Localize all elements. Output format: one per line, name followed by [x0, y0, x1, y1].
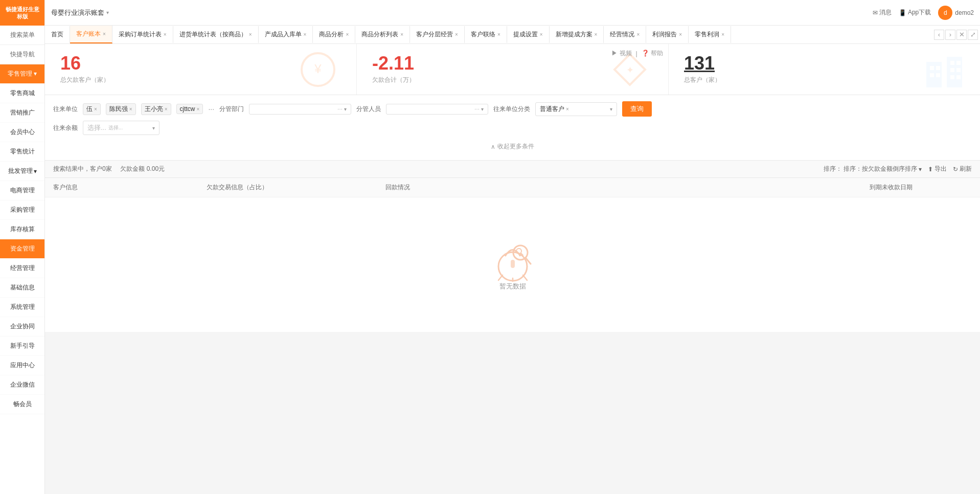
- user-menu[interactable]: d demo2: [938, 6, 974, 20]
- sidebar-item-system[interactable]: 系统管理: [0, 298, 44, 317]
- filter-tag-cjttcw: cjttcw ×: [176, 104, 203, 114]
- tab-commission-settings[interactable]: 提成设置 ×: [507, 26, 550, 43]
- tab-prev-arrow[interactable]: ‹: [934, 30, 944, 40]
- sidebar-item-wholesale[interactable]: 批发管理 ▾: [0, 162, 44, 181]
- tab-close-all[interactable]: ✕: [956, 30, 967, 40]
- person-select[interactable]: ⋯ ▾: [386, 104, 488, 115]
- filter-tag-wu-close[interactable]: ×: [94, 106, 97, 112]
- tab-next-arrow[interactable]: ›: [945, 30, 955, 40]
- tab-product-analysis[interactable]: 商品分析 ×: [313, 26, 355, 43]
- tab-commission-settings-label: 提成设置: [513, 30, 538, 39]
- filter-tag-chen-close[interactable]: ×: [129, 106, 132, 112]
- tab-customer-contact[interactable]: 客户联络 ×: [465, 26, 507, 43]
- tab-customer-tier[interactable]: 客户分层经营 ×: [410, 26, 465, 43]
- tab-purchase-order-stats[interactable]: 采购订单统计表 ×: [112, 26, 173, 43]
- sidebar-logo: 畅捷通好生意 标版: [0, 0, 44, 26]
- svg-rect-8: [930, 73, 934, 77]
- dept-select-arrow: ⋯ ▾: [337, 106, 347, 112]
- tab-profit-report[interactable]: 利润报告 ×: [646, 26, 689, 43]
- stat-bg-icon-circle: ¥: [300, 52, 336, 87]
- tab-expand[interactable]: ⤢: [968, 30, 978, 40]
- unit-class-arrow: ▾: [610, 106, 612, 112]
- account-name: 母婴行业演示账套: [51, 8, 104, 17]
- balance-arrow: ▾: [152, 125, 155, 131]
- close-icon[interactable]: ×: [721, 32, 724, 37]
- stat-debt-amount-value: -2.11: [372, 54, 414, 73]
- close-icon[interactable]: ×: [164, 32, 167, 37]
- svg-line-20: [498, 275, 503, 280]
- table-col-due-date: 到期未收款日期: [870, 183, 972, 192]
- sidebar-item-search[interactable]: 搜索菜单: [0, 26, 44, 45]
- filter-tag-cjttcw-close[interactable]: ×: [197, 106, 200, 112]
- sidebar-item-wechat[interactable]: 企业微信: [0, 375, 44, 395]
- tab-customer-ledger[interactable]: 客户账本 ×: [70, 26, 112, 43]
- close-icon[interactable]: ×: [595, 32, 598, 37]
- sidebar-item-ecommerce[interactable]: 电商管理: [0, 181, 44, 200]
- table-header: 客户信息 欠款交易信息（占比） 回款情况 到期未收款日期: [45, 178, 980, 197]
- units-label: 往来单位: [53, 105, 78, 114]
- filter-tag-wu: 伍 ×: [83, 103, 101, 115]
- empty-state-text: 暂无数据: [499, 282, 526, 291]
- sidebar-item-quicknav[interactable]: 快捷导航: [0, 45, 44, 64]
- tab-home[interactable]: 首页: [45, 26, 70, 43]
- tab-customer-contact-label: 客户联络: [471, 30, 495, 39]
- sidebar-item-newbie[interactable]: 新手引导: [0, 336, 44, 356]
- close-icon[interactable]: ×: [679, 32, 682, 37]
- help-link[interactable]: ❓ 帮助: [642, 49, 663, 58]
- filter-tag-wang-close[interactable]: ×: [165, 106, 168, 112]
- sidebar-item-retail-mall[interactable]: 零售商城: [0, 84, 44, 103]
- balance-select[interactable]: 选择... 选择... ▾: [83, 121, 159, 135]
- tab-product-analysis-list[interactable]: 商品分析列表 ×: [355, 26, 410, 43]
- stat-debt-customers-label: 总欠款客户（家）: [60, 76, 109, 84]
- close-icon[interactable]: ×: [304, 32, 307, 37]
- collapse-filters-bar[interactable]: ∧ 收起更多条件: [53, 139, 972, 154]
- query-button[interactable]: 查询: [622, 101, 652, 117]
- tab-new-commission[interactable]: 新增提成方案 ×: [550, 26, 604, 43]
- tab-product-analysis-label: 商品分析: [319, 30, 344, 39]
- tab-goods-stats[interactable]: 进货单统计表（按商品） ×: [173, 26, 259, 43]
- sort-select[interactable]: 排序： 排序：按欠款金额倒序排序 ▾: [824, 165, 922, 173]
- refresh-button[interactable]: ↻ 刷新: [953, 165, 972, 173]
- sidebar-item-operations[interactable]: 经营管理: [0, 259, 44, 278]
- sidebar-item-finance[interactable]: 资金管理: [0, 239, 44, 259]
- sidebar-item-marketing[interactable]: 营销推广: [0, 103, 44, 123]
- unit-class-select[interactable]: 普通客户 × ▾: [535, 102, 617, 116]
- sidebar-item-base-info[interactable]: 基础信息: [0, 278, 44, 298]
- tab-new-commission-label: 新增提成方案: [556, 30, 592, 39]
- sidebar-item-app-center[interactable]: 应用中心: [0, 356, 44, 375]
- filter-row-2: 往来余额 选择... 选择... ▾: [53, 121, 972, 135]
- video-link[interactable]: ▶ 视频: [611, 49, 631, 58]
- sidebar-item-retail-mgmt[interactable]: 零售管理 ▾: [0, 64, 44, 84]
- sidebar-item-procurement[interactable]: 采购管理: [0, 200, 44, 220]
- unit-class-tag-close[interactable]: ×: [566, 106, 569, 112]
- sort-value: 排序：按欠款金额倒序排序: [844, 165, 917, 173]
- tab-operations-label: 经营情况: [610, 30, 634, 39]
- messages-button[interactable]: ✉ 消息: [873, 8, 892, 17]
- close-icon[interactable]: ×: [400, 32, 403, 37]
- sidebar-item-members[interactable]: 会员中心: [0, 123, 44, 142]
- tab-operations[interactable]: 经营情况 ×: [604, 26, 646, 43]
- tabbar: 首页 客户账本 × 采购订单统计表 × 进货单统计表（按商品） × 产成品入库单…: [45, 26, 980, 44]
- tab-customer-ledger-close[interactable]: ×: [103, 31, 106, 37]
- account-selector[interactable]: 母婴行业演示账套 ▾: [51, 8, 109, 17]
- app-download-button[interactable]: 📱 App下载: [899, 8, 931, 17]
- content-area: ¥ 16 总欠款客户（家） ✦ -2.11 欠款合计（万） ▶ 视频 | ❓ 帮…: [45, 44, 980, 494]
- close-icon[interactable]: ×: [636, 32, 640, 37]
- sidebar-item-retail-stats[interactable]: 零售统计: [0, 142, 44, 162]
- close-icon[interactable]: ×: [540, 32, 543, 37]
- dept-select[interactable]: ⋯ ▾: [249, 104, 351, 115]
- export-button[interactable]: ⬆ 导出: [928, 165, 947, 173]
- stat-bg-icon-building: [924, 52, 965, 87]
- close-icon[interactable]: ×: [497, 32, 500, 37]
- sidebar-item-enterprise[interactable]: 企业协同: [0, 317, 44, 336]
- close-icon[interactable]: ×: [346, 32, 349, 37]
- tab-finished-goods[interactable]: 产成品入库单 ×: [259, 26, 313, 43]
- sidebar-item-inventory[interactable]: 库存核算: [0, 220, 44, 239]
- tab-retail-profit[interactable]: 零售利润 ×: [689, 26, 731, 43]
- close-icon[interactable]: ×: [249, 32, 252, 37]
- topbar: 母婴行业演示账套 ▾ ✉ 消息 📱 App下载 d demo2: [45, 0, 980, 26]
- balance-label: 往来余额: [53, 124, 78, 132]
- units-more-icon[interactable]: ···: [208, 105, 214, 113]
- close-icon[interactable]: ×: [455, 32, 458, 37]
- sidebar-item-member[interactable]: 畅会员: [0, 395, 44, 414]
